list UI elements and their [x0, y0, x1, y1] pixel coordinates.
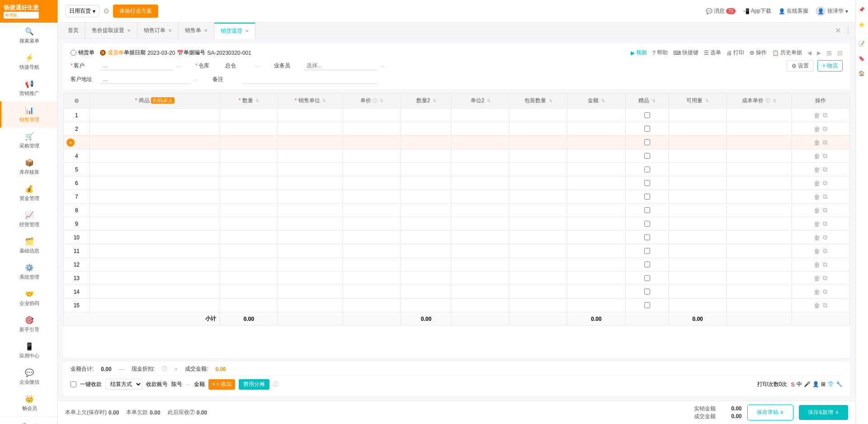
operate-btn[interactable]: ⚙ 操作	[750, 49, 767, 57]
row8-copy-icon[interactable]: ⧉	[823, 206, 827, 214]
tab-sales-return[interactable]: 销货退货 ✕	[214, 23, 255, 39]
row9-copy-icon[interactable]: ⧉	[823, 220, 827, 228]
unit-sort-icon[interactable]: ⇅	[322, 98, 326, 103]
sidebar-item-corpwechat[interactable]: 💬 企业微信	[0, 364, 57, 390]
right-panel-item-3[interactable]: 📝	[858, 38, 866, 49]
online-service-btn[interactable]: 👤 在线客服	[778, 7, 808, 15]
row1-gift[interactable]	[625, 109, 669, 122]
tab-sales-order-close[interactable]: ✕	[168, 28, 172, 33]
row3-product[interactable]	[90, 136, 220, 149]
sidebar-item-marketing[interactable]: 📢 营销推广	[0, 75, 57, 101]
avail-sort-icon[interactable]: ⇅	[705, 98, 709, 103]
row15-copy-icon[interactable]: ⧉	[823, 301, 827, 309]
row10-delete-icon[interactable]: 🗑	[814, 234, 820, 241]
help-btn[interactable]: ? 帮助	[652, 49, 668, 57]
user-menu[interactable]: 👤 徐泽华 ▾	[816, 6, 848, 16]
settlement-method-select[interactable]: 结算方式	[105, 379, 142, 390]
row3-product-input[interactable]	[93, 139, 217, 146]
row1-price[interactable]	[343, 109, 401, 122]
row1-gift-check[interactable]	[644, 112, 650, 118]
row6-gift-check[interactable]	[644, 180, 650, 186]
row8-delete-icon[interactable]: 🗑	[814, 207, 820, 214]
sidebar-item-appcenter[interactable]: 📱 应用中心	[0, 338, 57, 364]
row11-copy-icon[interactable]: ⧉	[823, 247, 827, 255]
industry-dropdown[interactable]: 日用百货 ▾	[65, 5, 99, 17]
row2-pkg[interactable]	[509, 122, 567, 136]
salesperson-input[interactable]	[304, 62, 377, 70]
row2-cost[interactable]	[726, 122, 792, 136]
row2-unit2[interactable]	[452, 122, 509, 136]
user-icon2[interactable]: 👤	[812, 381, 819, 387]
row2-copy-icon[interactable]: ⧉	[823, 125, 827, 133]
row3-pkg[interactable]	[509, 136, 567, 149]
pkg-sort-icon[interactable]: ⇅	[549, 98, 552, 103]
tab-home[interactable]: 首页	[61, 23, 85, 39]
grid-icon[interactable]: ⊞	[821, 381, 826, 387]
history-btn[interactable]: 📋 历史单据	[772, 49, 802, 57]
row15-gift-check[interactable]	[644, 302, 650, 308]
account-select-icon[interactable]: ···	[186, 381, 190, 387]
sidebar-item-newguide[interactable]: 🎯 新手引导	[0, 311, 57, 338]
row6-delete-icon[interactable]: 🗑	[814, 180, 820, 187]
row2-avail[interactable]	[669, 122, 726, 136]
price-info-icon[interactable]: ⓘ	[373, 98, 377, 103]
row2-price[interactable]	[343, 122, 401, 136]
row9-delete-icon[interactable]: 🗑	[814, 220, 820, 228]
extra-icon[interactable]: 🔧	[836, 381, 843, 387]
mic-icon[interactable]: 🎤	[804, 381, 811, 387]
row15-delete-icon[interactable]: 🗑	[814, 302, 820, 309]
row1-cost[interactable]	[726, 109, 792, 122]
row1-pkg[interactable]	[509, 109, 567, 122]
row7-copy-icon[interactable]: ⧉	[823, 193, 827, 200]
date-value[interactable]: 2023-03-20	[147, 50, 175, 56]
experience-btn[interactable]: 体验行业方案	[113, 5, 158, 18]
tab-price-extract-close[interactable]: ✕	[127, 28, 131, 33]
row4-copy-icon[interactable]: ⧉	[823, 152, 827, 160]
row11-gift-check[interactable]	[644, 248, 650, 254]
row4-gift-check[interactable]	[644, 153, 650, 159]
row8-gift-check[interactable]	[644, 207, 650, 213]
one-click-payment-check[interactable]	[71, 381, 76, 387]
tab-sales-close[interactable]: ✕	[204, 28, 208, 33]
tab-price-extract[interactable]: 售价提取设置 ✕	[85, 23, 137, 39]
row12-delete-icon[interactable]: 🗑	[814, 261, 820, 268]
settings-icon[interactable]: ⚙	[21, 421, 28, 424]
row3-gift[interactable]	[625, 136, 669, 149]
radio-return[interactable]: 退货单	[100, 49, 124, 57]
discount-info-icon[interactable]: ⓘ	[162, 365, 167, 373]
sidebar-item-sales[interactable]: 📊 销售管理	[0, 101, 57, 128]
row1-amount[interactable]	[567, 109, 625, 122]
message-btn[interactable]: 💬 消息 70	[706, 7, 736, 15]
row4-delete-icon[interactable]: 🗑	[814, 152, 820, 160]
row12-copy-icon[interactable]: ⧉	[823, 261, 827, 268]
row2-gift-check[interactable]	[644, 126, 650, 132]
tab-sales-return-close[interactable]: ✕	[245, 29, 249, 33]
right-panel-item-2[interactable]: ⭐	[858, 19, 866, 30]
print-btn[interactable]: 🖨 打印	[726, 49, 744, 57]
tab-close-all-icon[interactable]: ✕	[835, 26, 841, 35]
row2-unit[interactable]	[278, 122, 343, 136]
row3-copy-icon[interactable]: ⧉	[823, 138, 827, 146]
sidebar-item-shortcuts[interactable]: ⚡ 快捷导航	[0, 49, 57, 75]
radio-sale[interactable]: 销货单	[71, 49, 94, 57]
row2-qty2[interactable]	[401, 122, 452, 136]
row13-copy-icon[interactable]: ⧉	[823, 274, 827, 282]
row9-gift-check[interactable]	[644, 221, 650, 227]
row5-delete-icon[interactable]: 🗑	[814, 166, 820, 173]
row10-gift-check[interactable]	[644, 234, 650, 240]
split-btn[interactable]: 费用分摊	[239, 379, 269, 390]
row14-delete-icon[interactable]: 🗑	[814, 288, 820, 295]
radio-sale-input[interactable]	[71, 50, 76, 56]
row1-unit[interactable]	[278, 109, 343, 122]
row13-delete-icon[interactable]: 🗑	[814, 275, 820, 282]
row3-unit[interactable]	[278, 136, 343, 149]
right-panel-item-4[interactable]: 🔖	[858, 52, 866, 64]
shirt-icon[interactable]: 👕	[827, 381, 834, 387]
add-payment-btn[interactable]: + + 添加	[208, 379, 235, 390]
qty2-sort-icon[interactable]: ⇅	[433, 98, 436, 103]
right-panel-item-5[interactable]: 🏠	[858, 67, 866, 79]
row5-gift-check[interactable]	[644, 167, 650, 172]
row2-amount[interactable]	[567, 122, 625, 136]
collapse-icon[interactable]: ◀	[31, 421, 37, 424]
radio-return-input[interactable]	[100, 50, 106, 56]
